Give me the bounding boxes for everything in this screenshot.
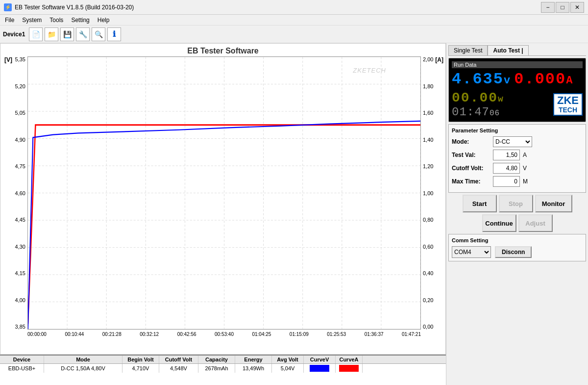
col-header-beginv: Begin Volt	[122, 356, 159, 363]
param-maxtime-unit: M	[523, 178, 528, 185]
cell-capacity: 2678mAh	[198, 364, 235, 373]
x-axis: 00:00:00 00:10:44 00:21:28 00:32:12 00:4…	[27, 330, 421, 354]
param-cutoff-input[interactable]	[493, 163, 520, 174]
app-icon: ⚡	[4, 3, 12, 11]
param-row-cutoff: Cutoff Volt: V	[452, 163, 583, 174]
tech-text: TECH	[557, 106, 579, 114]
chart-title: EB Tester Software	[0, 44, 445, 56]
chart-area: EB Tester Software [V] [A] 5,35 5,20 5,0…	[0, 43, 446, 355]
start-button[interactable]: Start	[463, 195, 497, 212]
button-area: Start Stop Monitor Continue Adjust	[448, 195, 586, 232]
tab-single-test[interactable]: Single Test	[448, 45, 488, 55]
tab-auto-test[interactable]: Auto Test |	[488, 45, 528, 55]
menu-file[interactable]: File	[2, 16, 17, 24]
table-header: Device Mode Begin Volt Cutoff Volt Capac…	[0, 356, 446, 364]
run-data-row1: 4.635v 0.000A	[452, 70, 583, 88]
chart-svg-area: ZKETECH	[27, 56, 421, 330]
chart-container: [V] [A] 5,35 5,20 5,05 4,90 4,75 4,60 4,…	[0, 56, 445, 354]
param-maxtime-label: Max Time:	[452, 178, 491, 185]
param-cutoff-label: Cutoff Volt:	[452, 165, 491, 172]
toolbar-search-button[interactable]: 🔍	[92, 27, 105, 41]
cell-avgv: 5,04V	[272, 364, 304, 373]
stop-button[interactable]: Stop	[499, 195, 533, 212]
param-section: Parameter Setting Mode: D-CC D-CV D-CP D…	[448, 124, 586, 193]
maximize-button[interactable]: □	[556, 2, 569, 13]
cell-beginv: 4,710V	[122, 364, 159, 373]
param-row-maxtime: Max Time: M	[452, 176, 583, 187]
current-display: 0.000A	[514, 70, 573, 88]
comm-row: COM4 COM1 COM2 COM3 COM5 Disconn	[452, 246, 583, 258]
col-header-device: Device	[0, 356, 44, 363]
toolbar-save-button[interactable]: 💾	[60, 27, 74, 41]
param-maxtime-input[interactable]	[493, 176, 520, 187]
data-table: Device Mode Begin Volt Cutoff Volt Capac…	[0, 355, 446, 385]
menu-setting[interactable]: Setting	[68, 16, 92, 24]
param-mode-select[interactable]: D-CC D-CV D-CP D-CR	[493, 136, 532, 147]
comm-title: Comm Setting	[452, 237, 583, 243]
toolbar-new-button[interactable]: 📄	[29, 27, 43, 41]
comm-port-select[interactable]: COM4 COM1 COM2 COM3 COM5	[452, 246, 491, 258]
toolbar-open-button[interactable]: 📁	[45, 27, 58, 41]
param-row-mode: Mode: D-CC D-CV D-CP D-CR	[452, 136, 583, 147]
chart-watermark: ZKETECH	[353, 67, 386, 74]
power-display: 00.00w	[452, 90, 504, 105]
col-header-avgv: Avg Volt	[272, 356, 304, 363]
chart-panel: EB Tester Software [V] [A] 5,35 5,20 5,0…	[0, 43, 446, 385]
continue-button[interactable]: Continue	[482, 214, 516, 232]
voltage-display: 4.635v	[452, 70, 511, 88]
main-area: EB Tester Software [V] [A] 5,35 5,20 5,0…	[0, 43, 588, 385]
menu-help[interactable]: Help	[95, 16, 113, 24]
y-axis-left: 5,35 5,20 5,05 4,90 4,75 4,60 4,45 4,30 …	[0, 56, 27, 330]
adjust-button[interactable]: Adjust	[518, 214, 553, 232]
param-title: Parameter Setting	[452, 128, 583, 133]
menu-bar: File System Tools Setting Help	[0, 15, 588, 26]
window-title: EB Tester Software V1.8.5 (Build 2016-03…	[15, 4, 134, 11]
time-display: 01:4706	[452, 105, 504, 119]
cell-energy: 13,49Wh	[235, 364, 272, 373]
minimize-button[interactable]: −	[541, 2, 555, 13]
run-data-row2: 00.00w 01:4706 ZKE TECH	[452, 90, 583, 119]
y-axis-right: 2,00 1,80 1,60 1,40 1,20 1,00 0,80 0,60 …	[421, 56, 445, 330]
zke-logo: ZKE TECH	[553, 93, 583, 116]
param-cutoff-unit: V	[523, 165, 527, 172]
param-testval-unit: A	[523, 152, 527, 158]
menu-tools[interactable]: Tools	[47, 16, 66, 24]
cell-curvea	[336, 364, 363, 373]
title-bar: ⚡ EB Tester Software V1.8.5 (Build 2016-…	[0, 0, 588, 15]
param-testval-input[interactable]	[493, 150, 520, 160]
run-data-section: Run Data 4.635v 0.000A 00.00w 01:4706	[448, 58, 586, 122]
chart-svg	[28, 57, 420, 329]
menu-system[interactable]: System	[19, 16, 45, 24]
curvev-color-swatch	[310, 365, 329, 372]
button-row-1: Start Stop Monitor	[448, 195, 586, 212]
zke-text: ZKE	[557, 95, 579, 106]
toolbar: Device1 📄 📁 💾 🔧 🔍 ℹ	[0, 26, 588, 43]
right-panel: Single Test Auto Test | Run Data 4.635v …	[446, 43, 588, 385]
param-testval-label: Test Val:	[452, 152, 491, 158]
tab-bar: Single Test Auto Test |	[448, 45, 586, 56]
run-data-title: Run Data	[452, 61, 583, 68]
toolbar-info-button[interactable]: ℹ	[107, 27, 121, 41]
device-label: Device1	[3, 31, 25, 38]
col-header-capacity: Capacity	[198, 356, 235, 363]
monitor-button[interactable]: Monitor	[535, 195, 572, 212]
table-row: EBD-USB+ D-CC 1,50A 4,80V 4,710V 4,548V …	[0, 364, 446, 373]
param-mode-label: Mode:	[452, 138, 491, 145]
cell-mode: D-CC 1,50A 4,80V	[44, 364, 122, 373]
disconn-button[interactable]: Disconn	[495, 246, 532, 258]
curvea-color-swatch	[339, 365, 359, 372]
col-header-energy: Energy	[235, 356, 272, 363]
close-button[interactable]: ✕	[570, 2, 584, 13]
toolbar-settings-button[interactable]: 🔧	[76, 27, 90, 41]
col-header-curvev: CurveV	[304, 356, 336, 363]
cell-device: EBD-USB+	[0, 364, 44, 373]
comm-section: Comm Setting COM4 COM1 COM2 COM3 COM5 Di…	[448, 234, 586, 261]
col-header-curvea: CurveA	[336, 356, 363, 363]
param-row-testval: Test Val: A	[452, 150, 583, 160]
button-row-2: Continue Adjust	[448, 214, 586, 232]
col-header-cutoffv: Cutoff Volt	[159, 356, 198, 363]
cell-curvev	[304, 364, 336, 373]
col-header-mode: Mode	[44, 356, 122, 363]
cell-cutoffv: 4,548V	[159, 364, 198, 373]
